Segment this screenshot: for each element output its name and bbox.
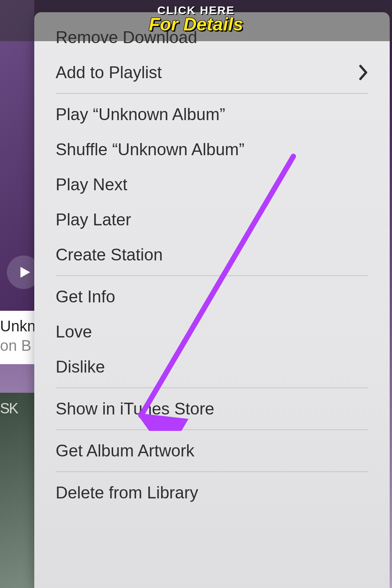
second-album-artwork[interactable]: SK — [0, 393, 34, 588]
menu-item-label: Show in iTunes Store — [56, 399, 214, 418]
menu-get-info[interactable]: Get Info — [56, 279, 368, 314]
menu-divider — [56, 471, 368, 472]
menu-divider — [56, 387, 368, 388]
menu-divider — [56, 429, 368, 430]
menu-item-label: Delete from Library — [56, 483, 198, 502]
menu-dislike[interactable]: Dislike — [56, 349, 368, 384]
second-album-badge: SK — [0, 400, 18, 417]
menu-love[interactable]: Love — [56, 314, 368, 349]
top-dark-bar — [0, 0, 392, 41]
chevron-right-icon — [358, 64, 368, 80]
album-info-strip: Unkn on B — [0, 311, 34, 364]
menu-item-label: Dislike — [56, 357, 105, 376]
menu-shuffle-album[interactable]: Shuffle “Unknown Album” — [56, 132, 368, 167]
menu-play-album[interactable]: Play “Unknown Album” — [56, 97, 368, 132]
album-artwork-placeholder[interactable] — [0, 0, 34, 311]
menu-show-in-itunes-store[interactable]: Show in iTunes Store — [56, 391, 368, 426]
menu-create-station[interactable]: Create Station — [56, 237, 368, 272]
album-subtitle-partial: on B — [0, 337, 31, 354]
menu-divider — [56, 93, 368, 94]
play-icon — [18, 266, 31, 279]
menu-item-label: Create Station — [56, 245, 163, 264]
menu-item-label: Add to Playlist — [56, 63, 162, 82]
menu-item-label: Shuffle “Unknown Album” — [56, 140, 245, 159]
menu-delete-from-library[interactable]: Delete from Library — [56, 475, 368, 510]
menu-item-label: Get Info — [56, 287, 115, 306]
menu-play-next[interactable]: Play Next — [56, 167, 368, 202]
menu-add-to-playlist[interactable]: Add to Playlist — [56, 55, 368, 90]
menu-play-later[interactable]: Play Later — [56, 202, 368, 237]
menu-item-label: Play Next — [56, 175, 127, 194]
menu-item-label: Love — [56, 322, 92, 341]
menu-divider — [56, 275, 368, 276]
menu-get-album-artwork[interactable]: Get Album Artwork — [56, 433, 368, 468]
menu-item-label: Play Later — [56, 210, 131, 229]
album-title-partial: Unkn — [0, 318, 31, 335]
menu-item-label: Get Album Artwork — [56, 441, 194, 460]
menu-item-label: Play “Unknown Album” — [56, 105, 225, 124]
context-menu: Remove DownloadAdd to PlaylistPlay “Unkn… — [34, 12, 390, 588]
